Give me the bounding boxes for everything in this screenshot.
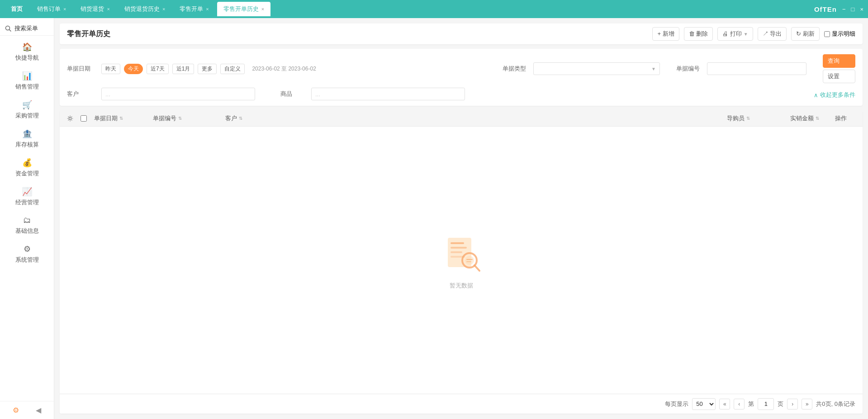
export-button[interactable]: ↗ 导出 bbox=[758, 27, 787, 41]
tab-retail-history[interactable]: 零售开单历史 × bbox=[217, 2, 270, 16]
col-header-date[interactable]: 单据日期 ⇅ bbox=[90, 114, 149, 122]
print-dropdown-icon[interactable]: ▼ bbox=[744, 32, 748, 37]
display-detail-toggle[interactable]: 显示明细 bbox=[824, 30, 855, 38]
settings-button[interactable]: 设置 bbox=[823, 70, 855, 83]
tab-sales-return-close[interactable]: × bbox=[107, 6, 109, 12]
refresh-button[interactable]: ↻ 刷新 bbox=[791, 27, 820, 41]
first-page-btn[interactable]: « bbox=[719, 399, 730, 410]
customer-dots: ... bbox=[105, 91, 110, 98]
brand-name: OfTEn bbox=[814, 5, 837, 13]
tab-sales-return-history-close[interactable]: × bbox=[162, 6, 165, 12]
top-navigation: 首页 销售订单 × 销货退货 × 销货退货历史 × 零售开单 × 零售开单历史 … bbox=[0, 0, 868, 18]
sidebar-search[interactable]: 搜索采单 bbox=[0, 22, 54, 36]
print-button[interactable]: 🖨 打印 ▼ bbox=[717, 27, 753, 41]
sales-icon: 📊 bbox=[22, 71, 32, 81]
page-number-input[interactable] bbox=[758, 398, 774, 410]
per-page-select[interactable]: 20 50 100 200 bbox=[692, 398, 716, 410]
print-label: 🖨 打印 bbox=[722, 30, 742, 38]
sidebar-item-finance[interactable]: 💰 资金管理 bbox=[0, 153, 54, 182]
delete-button[interactable]: 🗑 删除 bbox=[684, 27, 713, 41]
col-header-action: 操作 bbox=[823, 114, 859, 122]
sidebar-collapse-btn[interactable]: ◀ bbox=[36, 406, 41, 414]
main-layout: 搜索采单 🏠 快捷导航 📊 销售管理 🛒 采购管理 🏦 库存核算 💰 资金管理 … bbox=[0, 18, 868, 419]
page-summary: 共0页, 0条记录 bbox=[816, 400, 855, 408]
sidebar-item-sales[interactable]: 📊 销售管理 bbox=[0, 66, 54, 95]
tab-retail-order-close[interactable]: × bbox=[206, 6, 209, 12]
query-button[interactable]: 查询 bbox=[823, 54, 855, 68]
today-btn[interactable]: 今天 bbox=[124, 64, 143, 74]
sidebar-item-inventory[interactable]: 🏦 库存核算 bbox=[0, 124, 54, 153]
col-header-salesperson[interactable]: 导购员 ⇅ bbox=[723, 114, 768, 122]
sidebar-item-operations[interactable]: 📈 经营管理 bbox=[0, 182, 54, 211]
window-maximize[interactable]: □ bbox=[851, 6, 855, 13]
col-no-sort-icon[interactable]: ⇅ bbox=[178, 116, 182, 121]
column-settings-btn[interactable] bbox=[63, 115, 77, 122]
sidebar-item-shortcuts[interactable]: 🏠 快捷导航 bbox=[0, 38, 54, 66]
page-word: 第 bbox=[748, 400, 754, 408]
col-header-customer[interactable]: 客户 ⇅ bbox=[222, 114, 723, 122]
filter-type-group: 单据类型 ▼ bbox=[503, 62, 660, 75]
sidebar-settings-btn[interactable]: ⚙ bbox=[13, 406, 19, 414]
system-icon: ⚙ bbox=[24, 244, 31, 254]
sidebar-bottom: ⚙ ◀ bbox=[0, 401, 54, 419]
svg-rect-6 bbox=[451, 251, 462, 253]
custom-date-btn[interactable]: 自定义 bbox=[220, 64, 245, 74]
prev-page-btn[interactable]: ‹ bbox=[734, 399, 745, 410]
svg-point-2 bbox=[69, 117, 71, 119]
sidebar-item-system[interactable]: ⚙ 系统管理 bbox=[0, 240, 54, 268]
sidebar-search-label: 搜索采单 bbox=[14, 24, 38, 33]
col-header-no[interactable]: 单据编号 ⇅ bbox=[149, 114, 222, 122]
home-tab[interactable]: 首页 bbox=[5, 5, 29, 13]
goods-filter-group: 商品 ... bbox=[280, 88, 465, 100]
empty-state: 暂无数据 bbox=[60, 127, 863, 394]
inventory-icon: 🏦 bbox=[22, 129, 32, 139]
col-customer-sort-icon[interactable]: ⇅ bbox=[239, 116, 242, 121]
col-header-amount[interactable]: 实销金额 ⇅ bbox=[768, 114, 823, 122]
tab-retail-history-close[interactable]: × bbox=[261, 6, 264, 12]
tab-sales-order-label: 销售订单 bbox=[37, 5, 61, 13]
col-amount-sort-icon[interactable]: ⇅ bbox=[816, 116, 819, 121]
month-btn[interactable]: 近1月 bbox=[172, 64, 194, 74]
last-page-btn[interactable]: » bbox=[802, 399, 812, 410]
display-detail-checkbox[interactable] bbox=[824, 31, 830, 37]
page-header: 零售开单历史 + 新增 🗑 删除 🖨 打印 ▼ ↗ 导出 ↻ 刷新 显示明细 bbox=[60, 24, 863, 44]
type-select-arrow: ▼ bbox=[651, 66, 656, 71]
tab-sales-return-history[interactable]: 销货退货历史 × bbox=[118, 2, 171, 16]
col-salesperson-label: 导购员 bbox=[727, 114, 745, 122]
col-date-sort-icon[interactable]: ⇅ bbox=[119, 116, 123, 121]
tab-sales-return[interactable]: 销货退货 × bbox=[74, 2, 116, 16]
collapse-chevron-icon: ∧ bbox=[814, 92, 818, 99]
window-close[interactable]: × bbox=[860, 6, 863, 13]
finance-icon: 💰 bbox=[22, 158, 32, 168]
table-area: 单据日期 ⇅ 单据编号 ⇅ 客户 ⇅ 导购员 ⇅ 实销金额 ⇅ bbox=[60, 110, 863, 414]
sidebar-item-basic-info[interactable]: 🗂 基础信息 bbox=[0, 211, 54, 240]
sidebar-inventory-label: 库存核算 bbox=[15, 141, 39, 149]
svg-point-9 bbox=[465, 256, 474, 265]
goods-select[interactable]: ... bbox=[311, 88, 465, 100]
date-range-text: 2023-06-02 至 2023-06-02 bbox=[252, 65, 316, 73]
sidebar-system-label: 系统管理 bbox=[15, 256, 39, 264]
col-salesperson-sort-icon[interactable]: ⇅ bbox=[746, 116, 750, 121]
select-all-checkbox-cell[interactable] bbox=[77, 115, 90, 122]
date-filter-group: 昨天 今天 近7天 近1月 更多 自定义 bbox=[101, 64, 245, 74]
collapse-button[interactable]: ∧ 收起更多条件 bbox=[814, 91, 855, 99]
window-minimize[interactable]: − bbox=[842, 6, 846, 13]
filter-row-customer: 客户 ... 商品 ... ∧ 收起更多条件 bbox=[67, 88, 855, 100]
week-btn[interactable]: 近7天 bbox=[147, 64, 169, 74]
select-all-checkbox[interactable] bbox=[81, 115, 87, 122]
tab-retail-order[interactable]: 零售开单 × bbox=[173, 2, 215, 16]
add-button[interactable]: + 新增 bbox=[652, 27, 679, 41]
filter-row-date: 单据日期 昨天 今天 近7天 近1月 更多 自定义 2023-06-02 至 2… bbox=[67, 54, 855, 83]
table-header: 单据日期 ⇅ 单据编号 ⇅ 客户 ⇅ 导购员 ⇅ 实销金额 ⇅ bbox=[60, 110, 863, 127]
customer-select[interactable]: ... bbox=[101, 88, 255, 100]
tab-sales-order-close[interactable]: × bbox=[63, 6, 66, 12]
more-date-btn[interactable]: 更多 bbox=[198, 64, 217, 74]
number-input[interactable] bbox=[707, 62, 806, 75]
sidebar-item-purchase[interactable]: 🛒 采购管理 bbox=[0, 95, 54, 124]
per-page-label: 每页显示 bbox=[665, 400, 688, 408]
next-page-btn[interactable]: › bbox=[787, 399, 798, 410]
operations-icon: 📈 bbox=[22, 187, 32, 197]
tab-sales-order[interactable]: 销售订单 × bbox=[31, 2, 72, 16]
type-select[interactable]: ▼ bbox=[533, 62, 660, 75]
yesterday-btn[interactable]: 昨天 bbox=[101, 64, 120, 74]
